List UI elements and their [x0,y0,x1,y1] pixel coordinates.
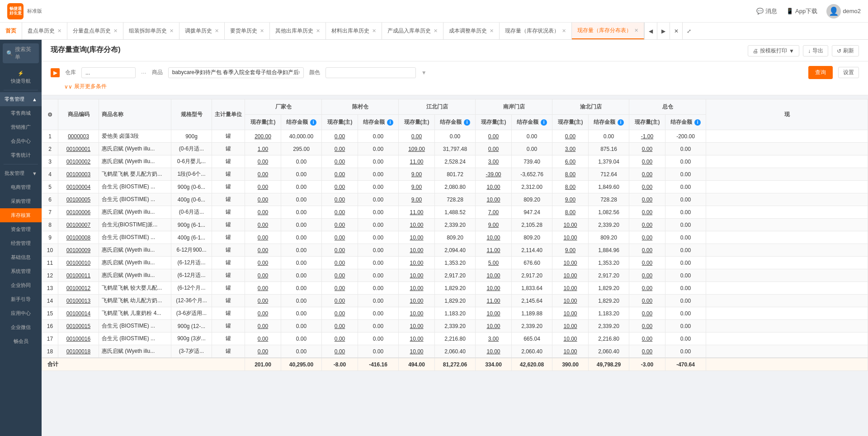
row-na-stock[interactable]: 9.00 [476,219,512,231]
row-na-stock[interactable]: 10.00 [476,345,512,358]
sidebar-item-basic[interactable]: 基础信息 [0,250,42,264]
row-yb-stock[interactable]: 10.00 [552,307,589,320]
row-fw-stock[interactable]: 0.00 [245,181,281,193]
row-jb-stock[interactable]: 10.00 [399,219,435,231]
row-total-stock[interactable]: 0.00 [629,244,665,257]
row-fw-stock[interactable]: 0.00 [245,244,281,257]
tab-stocktake[interactable]: 盘点单历史 ✕ [22,23,67,39]
sidebar-item-retail-stats[interactable]: 零售统计 [0,148,42,162]
row-na-stock[interactable]: 0.00 [476,143,512,155]
row-code[interactable]: 00100005 [58,193,99,206]
sidebar-item-member-center[interactable]: 会员中心 [0,134,42,148]
row-cw-stock[interactable]: 0.00 [322,257,358,269]
row-code[interactable]: 00100003 [58,168,99,181]
row-yb-stock[interactable]: 10.00 [552,320,589,333]
row-jb-stock[interactable]: 9.00 [399,193,435,206]
row-fw-stock[interactable]: 0.00 [245,206,281,219]
row-cw-stock[interactable]: 0.00 [322,295,358,307]
tab-material-out[interactable]: 材料出库单历史 ✕ [326,23,382,39]
yb-amount-info[interactable]: i [618,119,624,126]
row-jb-stock[interactable]: 0.00 [399,130,435,143]
row-total-stock[interactable]: 0.00 [629,206,665,219]
row-jb-stock[interactable]: 9.00 [399,168,435,181]
row-jb-stock[interactable]: 10.00 [399,295,435,307]
row-yb-stock[interactable]: 10.00 [552,231,589,244]
row-cw-stock[interactable]: 0.00 [322,269,358,282]
row-cw-stock[interactable]: 0.00 [322,333,358,345]
tab-finished-in-close[interactable]: ✕ [434,28,438,33]
row-na-stock[interactable]: 10.00 [476,307,512,320]
row-code[interactable]: 00100002 [58,155,99,168]
row-na-stock[interactable]: 0.00 [476,130,512,143]
row-jb-stock[interactable]: 10.00 [399,345,435,358]
row-code[interactable]: 00100010 [58,257,99,269]
tab-stock-dist-close[interactable]: ✕ [634,28,638,33]
sidebar-item-marketing[interactable]: 营销推广 [0,120,42,134]
row-fw-stock[interactable]: 1.00 [245,143,281,155]
tab-maximize-btn[interactable]: ⤢ [682,23,695,39]
tab-stock-dist[interactable]: 现存量（库存分布表） ✕ [572,23,644,39]
row-code[interactable]: 00100015 [58,320,99,333]
na-amount-info[interactable]: i [541,119,547,126]
row-yb-stock[interactable]: 10.00 [552,345,589,358]
sidebar-item-wechat[interactable]: 企业微信 [0,320,42,334]
row-total-stock[interactable]: 0.00 [629,307,665,320]
row-na-stock[interactable]: 3.00 [476,155,512,168]
tab-stock-status[interactable]: 现存量（库存状况表） ✕ [500,23,572,39]
row-cw-stock[interactable]: 0.00 [322,155,358,168]
warehouse-more-icon[interactable]: ··· [141,69,146,76]
row-total-stock[interactable]: 0.00 [629,345,665,358]
row-total-stock[interactable]: 0.00 [629,219,665,231]
row-yb-stock[interactable]: 10.00 [552,333,589,345]
row-na-stock[interactable]: 10.00 [476,269,512,282]
row-cw-stock[interactable]: 0.00 [322,345,358,358]
row-total-stock[interactable]: 0.00 [629,181,665,193]
row-na-stock[interactable]: 11.00 [476,244,512,257]
row-jb-stock[interactable]: 11.00 [399,206,435,219]
row-jb-stock[interactable]: 10.00 [399,320,435,333]
row-cw-stock[interactable]: 0.00 [322,181,358,193]
row-total-stock[interactable]: 0.00 [629,168,665,181]
row-total-stock[interactable]: 0.00 [629,320,665,333]
tab-other-out[interactable]: 其他出库单历史 ✕ [270,23,326,39]
tab-cost-adj[interactable]: 成本调整单历史 ✕ [443,23,500,39]
tab-material-out-close[interactable]: ✕ [372,28,376,33]
row-total-stock[interactable]: 0.00 [629,282,665,295]
row-cw-stock[interactable]: 0.00 [322,206,358,219]
refresh-btn[interactable]: ↺ 刷新 [832,45,859,56]
row-na-stock[interactable]: 11.00 [476,295,512,307]
row-jb-stock[interactable]: 10.00 [399,333,435,345]
sidebar-search-area[interactable]: 🔍 搜索英单 [0,40,42,67]
row-cw-stock[interactable]: 0.00 [322,282,358,295]
total-amount-info[interactable]: i [694,119,701,126]
th-settings[interactable]: ⚙ [42,99,58,130]
row-code[interactable]: 00100007 [58,219,99,231]
row-jb-stock[interactable]: 10.00 [399,282,435,295]
row-total-stock[interactable]: 0.00 [629,231,665,244]
jb-amount-info[interactable]: i [464,119,470,126]
row-yb-stock[interactable]: 6.00 [552,155,589,168]
sidebar-item-inventory[interactable]: 库存核算 [0,208,42,222]
row-cw-stock[interactable]: 0.00 [322,130,358,143]
row-yb-stock[interactable]: 10.00 [552,282,589,295]
sidebar-item-retail-shop[interactable]: 零售商城 [0,106,42,120]
row-total-stock[interactable]: 0.00 [629,155,665,168]
row-fw-stock[interactable]: 0.00 [245,320,281,333]
row-fw-stock[interactable]: 0.00 [245,168,281,181]
sidebar-item-member[interactable]: 畅会员 [0,334,42,348]
export-btn[interactable]: ↓ 导出 [803,45,828,56]
row-yb-stock[interactable]: 9.00 [552,193,589,206]
row-total-stock[interactable]: 0.00 [629,333,665,345]
row-jb-stock[interactable]: 9.00 [399,181,435,193]
row-code[interactable]: 00100018 [58,345,99,358]
row-total-stock[interactable]: -1.00 [629,130,665,143]
tab-assembly-close[interactable]: ✕ [170,28,174,33]
sidebar-item-sys[interactable]: 系统管理 [0,264,42,278]
tab-close-all-btn[interactable]: ✕ [670,23,682,39]
row-jb-stock[interactable]: 10.00 [399,269,435,282]
color-input[interactable] [326,67,416,78]
cw-amount-info[interactable]: i [387,119,393,126]
row-code[interactable]: 00100001 [58,143,99,155]
tab-partial[interactable]: 分量盘点单历史 ✕ [67,23,123,39]
tab-order-request-close[interactable]: ✕ [260,28,264,33]
